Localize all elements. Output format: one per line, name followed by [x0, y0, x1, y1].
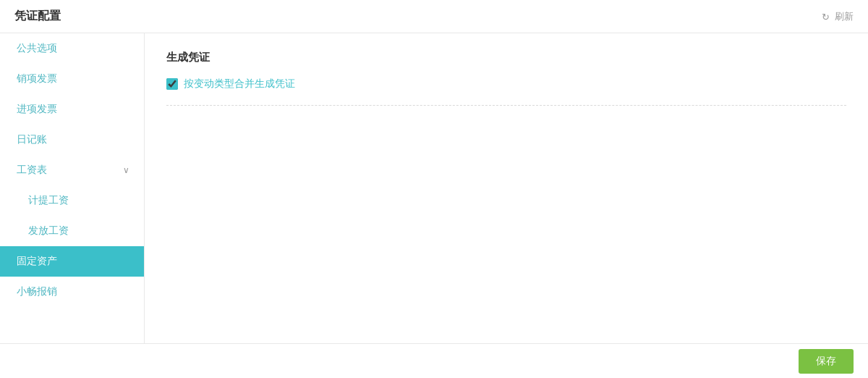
sidebar-item-label: 固定资产: [17, 255, 57, 268]
refresh-icon: ↻: [822, 12, 832, 22]
sidebar-item-sales-invoice[interactable]: 销项发票: [0, 64, 144, 94]
section-title: 生成凭证: [166, 51, 846, 64]
sidebar-item-label: 工资表: [17, 164, 47, 177]
sidebar-item-journal[interactable]: 日记账: [0, 125, 144, 155]
sidebar-item-label: 计提工资: [28, 194, 69, 207]
footer: 保存: [0, 343, 868, 378]
sidebar-item-label: 公共选项: [17, 42, 57, 55]
section-divider: [166, 105, 846, 106]
sidebar-item-expense-report[interactable]: 小畅报销: [0, 277, 144, 307]
sidebar-item-public-options[interactable]: 公共选项: [0, 33, 144, 64]
sidebar: 公共选项销项发票进项发票日记账工资表∨计提工资发放工资固定资产小畅报销: [0, 33, 145, 343]
sidebar-item-purchase-invoice[interactable]: 进项发票: [0, 94, 144, 125]
page-title: 凭证配置: [14, 9, 61, 24]
sidebar-item-label: 销项发票: [17, 72, 57, 85]
chevron-down-icon: ∨: [123, 165, 129, 175]
sidebar-item-accrual-salary[interactable]: 计提工资: [0, 185, 144, 216]
main-content: 生成凭证 按变动类型合并生成凭证: [145, 33, 868, 343]
merge-by-type-checkbox[interactable]: [166, 78, 178, 90]
sidebar-item-label: 小畅报销: [17, 285, 57, 298]
sidebar-item-label: 日记账: [17, 133, 47, 146]
sidebar-item-fixed-assets[interactable]: 固定资产: [0, 246, 144, 277]
sidebar-item-payroll[interactable]: 工资表∨: [0, 155, 144, 185]
merge-by-type-label[interactable]: 按变动类型合并生成凭证: [184, 77, 295, 91]
main-layout: 公共选项销项发票进项发票日记账工资表∨计提工资发放工资固定资产小畅报销 生成凭证…: [0, 33, 868, 343]
refresh-button[interactable]: ↻ 刷新: [822, 10, 854, 23]
sidebar-item-pay-salary[interactable]: 发放工资: [0, 216, 144, 246]
checkbox-row: 按变动类型合并生成凭证: [166, 77, 846, 91]
save-button[interactable]: 保存: [799, 349, 854, 374]
sidebar-item-label: 进项发票: [17, 103, 57, 116]
sidebar-item-label: 发放工资: [28, 224, 69, 238]
header: 凭证配置 ↻ 刷新: [0, 0, 868, 33]
refresh-label: 刷新: [835, 10, 854, 23]
